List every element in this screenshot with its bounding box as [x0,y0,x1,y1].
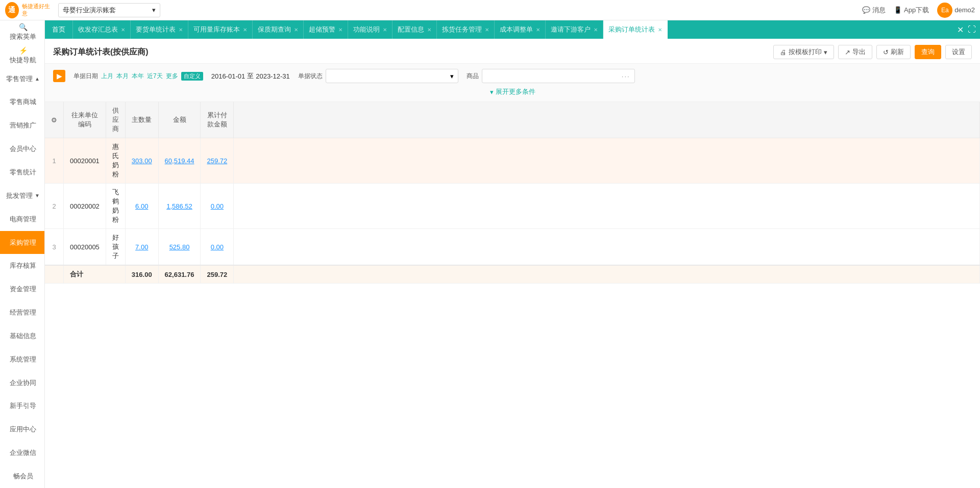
close-icon[interactable]: ✕ [383,27,387,33]
close-icon[interactable]: ✕ [179,27,183,33]
tab-purchase-stats[interactable]: 要货单统计表 ✕ [131,20,188,39]
shortcut-this-month[interactable]: 本月 [116,72,129,81]
template-print-label: 按模板打印 [789,47,822,57]
sidebar-item-ecommerce[interactable]: 电商管理 [0,208,44,231]
col-settings[interactable]: ⚙ [45,102,64,138]
filter-expand-btn[interactable]: ▶ [53,70,65,82]
logo-area: 通 畅捷通好生意 [5,2,50,18]
tab-pick-task[interactable]: 拣货任务管理 ✕ [437,20,495,39]
sidebar-item-search[interactable]: 🔍 搜索英单 [0,20,44,44]
sidebar-label-retail: 零售管理 [6,74,33,84]
sidebar-item-system[interactable]: 系统管理 [0,348,44,371]
shortcut-this-year[interactable]: 本年 [132,72,144,81]
export-btn[interactable]: ↗ 导出 [838,45,872,59]
close-icon[interactable]: ✕ [594,27,598,33]
close-icon[interactable]: ✕ [536,27,540,33]
chevron-down-icon: ▾ [490,88,494,96]
tab-overstock-alert[interactable]: 超储预警 ✕ [304,20,348,39]
close-icon[interactable]: ✕ [243,27,247,33]
close-all-tab-btn[interactable]: ✕ [957,25,964,35]
username: demo2 [954,6,975,14]
close-icon[interactable]: ✕ [658,27,662,33]
shortcut-prev-month[interactable]: 上月 [101,72,113,81]
close-icon[interactable]: ✕ [121,27,125,33]
row-paid[interactable]: 259.72 [201,138,234,184]
status-select[interactable]: ▾ [326,69,458,83]
close-icon[interactable]: ✕ [427,27,431,33]
row-paid[interactable]: 0.00 [201,229,234,266]
sidebar-item-inventory[interactable]: 库存核算 [0,254,44,277]
close-icon[interactable]: ✕ [294,27,298,33]
row-amount[interactable]: 60,519.44 [158,138,201,184]
sidebar-item-quicknav[interactable]: ⚡ 快捷导航 [0,44,44,67]
tab-invite-downstream[interactable]: 邀请下游客户 ✕ [546,20,603,39]
row-amount[interactable]: 1,586.52 [158,184,201,229]
row-extra [234,229,980,266]
download-icon: 📱 [894,6,902,14]
shortcut-7days[interactable]: 近7天 [147,72,163,81]
app-download-btn[interactable]: 📱 App下载 [894,6,929,15]
content-area: 首页 收发存汇总表 ✕ 要货单统计表 ✕ 可用量库存账本 ✕ 保质期查询 ✕ 超… [45,20,980,488]
shortcut-more[interactable]: 更多 [166,72,178,81]
tab-inventory-ledger[interactable]: 可用量库存账本 ✕ [188,20,253,39]
sidebar-item-operation[interactable]: 经营管理 [0,301,44,324]
footer-empty [45,265,64,284]
template-print-btn[interactable]: 🖨 按模板打印 ▾ [773,45,834,59]
logo-text: 畅捷通好生意 [22,3,50,16]
goods-input[interactable]: ··· [482,69,635,83]
sidebar-item-retail-mall[interactable]: 零售商城 [0,91,44,114]
page-content: 采购订单统计表(按供应商) 🖨 按模板打印 ▾ ↗ 导出 ↺ 刷新 [45,39,980,488]
sidebar-item-newguide[interactable]: 新手引导 [0,395,44,418]
sidebar-item-coop[interactable]: 企业协同 [0,371,44,395]
row-paid[interactable]: 0.00 [201,184,234,229]
sidebar-item-retail[interactable]: 零售管理 ▲ [0,67,44,91]
tab-cost-adjust[interactable]: 成本调整单 ✕ [495,20,546,39]
workspace-selector[interactable]: 母婴行业演示账套 ▾ [58,3,160,17]
tab-label-overstock-alert: 超储预警 [309,25,335,34]
refresh-label: 刷新 [891,47,904,57]
row-amount[interactable]: 525.80 [158,229,201,266]
sidebar-item-wechat[interactable]: 企业微信 [0,441,44,465]
sidebar-label-appcenter: 应用中心 [10,425,36,434]
custom-date-badge[interactable]: 自定义 [181,72,203,81]
row-supplier: 飞鹤奶粉 [106,184,125,229]
sidebar-item-members[interactable]: 会员中心 [0,137,44,161]
settings-btn[interactable]: 设置 [945,45,972,59]
row-num: 1 [45,138,64,184]
sidebar-item-marketing[interactable]: 营销推广 [0,114,44,137]
refresh-btn[interactable]: ↺ 刷新 [876,45,911,59]
tab-config-info[interactable]: 配置信息 ✕ [393,20,437,39]
sidebar-item-vip[interactable]: 畅会员 [0,465,44,488]
sidebar-item-basic[interactable]: 基础信息 [0,324,44,348]
chevron-down-icon: ▾ [152,6,156,14]
message-icon: 💬 [862,6,870,14]
tab-receive-summary[interactable]: 收发存汇总表 ✕ [73,20,131,39]
close-icon[interactable]: ✕ [338,27,342,33]
tab-home[interactable]: 首页 [45,20,73,39]
export-label: 导出 [852,47,866,57]
sidebar-item-wholesale[interactable]: 批发管理 ▼ [0,184,44,208]
top-bar: 通 畅捷通好生意 母婴行业演示账套 ▾ 💬 消息 📱 App下载 Ea demo… [0,0,980,20]
sidebar-item-purchase[interactable]: 采购管理 [0,231,44,254]
row-extra [234,138,980,184]
close-icon[interactable]: ✕ [485,27,489,33]
expand-more-btn[interactable]: ▾ 展开更多条件 [490,87,535,96]
col-paid: 累计付款金额 [201,102,234,138]
tab-purchase-order-stats[interactable]: 采购订单统计表 ✕ [603,20,668,39]
message-btn[interactable]: 💬 消息 [862,6,886,15]
sidebar-item-retail-stats[interactable]: 零售统计 [0,161,44,184]
more-dots-icon[interactable]: ··· [622,72,630,80]
row-qty[interactable]: 7.00 [125,229,158,266]
sidebar-item-appcenter[interactable]: 应用中心 [0,418,44,441]
user-area[interactable]: Ea demo2 [937,3,975,18]
row-qty[interactable]: 6.00 [125,184,158,229]
logo-icon: 通 [5,2,19,18]
sidebar-item-finance[interactable]: 资金管理 [0,277,44,301]
tab-func-desc[interactable]: 功能说明 ✕ [348,20,393,39]
maximize-btn[interactable]: ⛶ [968,25,976,34]
query-btn[interactable]: 查询 [915,45,941,59]
sidebar-label-search: 搜索英单 [10,32,36,41]
row-qty[interactable]: 303.00 [125,138,158,184]
tab-shelf-query[interactable]: 保质期查询 ✕ [253,20,304,39]
top-right: 💬 消息 📱 App下载 Ea demo2 [862,3,975,18]
